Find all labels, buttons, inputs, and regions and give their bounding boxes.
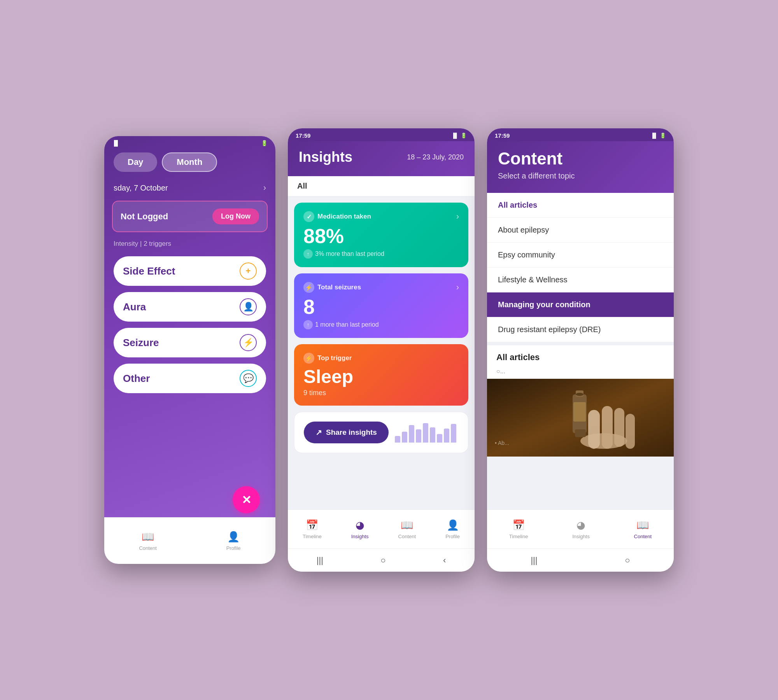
check-icon: ✓ <box>303 211 314 222</box>
insights-label-right: Insights <box>572 534 590 539</box>
insights-icon-right: ◕ <box>576 519 585 531</box>
chart-bar-6 <box>430 427 435 443</box>
seizures-arrow-icon: ↑ <box>303 320 313 329</box>
nav-content-right[interactable]: 📖 Content <box>634 519 652 539</box>
side-effect-item[interactable]: Side Effect + <box>114 256 266 286</box>
other-label: Other <box>123 373 150 385</box>
content-label-mid: Content <box>398 534 416 539</box>
status-icons-right: ▐▌ 🔋 <box>651 133 666 138</box>
android-nav-mid: ||| ○ ‹ <box>288 548 475 572</box>
bottom-nav-right: 📅 Timeline ◕ Insights 📖 Content <box>487 509 674 548</box>
timeline-icon-mid: 📅 <box>306 519 318 531</box>
svg-rect-2 <box>588 410 600 449</box>
topic-managing[interactable]: Managing your condition <box>487 292 674 317</box>
medication-card-header: ✓ Medication taken › <box>303 211 459 222</box>
android-menu-icon[interactable]: ||| <box>317 555 323 565</box>
day-month-toggle: Day Month <box>104 149 275 177</box>
log-now-button[interactable]: Log Now <box>212 208 259 224</box>
svg-rect-8 <box>575 429 586 437</box>
status-bar-left: ▐▌ 🔋 <box>104 136 275 149</box>
seizure-item[interactable]: Seizure ⚡ <box>114 328 266 357</box>
date-chevron-icon: › <box>263 183 266 193</box>
topic-about[interactable]: About epilepsy <box>487 218 674 243</box>
svg-text:• Ab...: • Ab... <box>495 440 509 446</box>
android-home-icon-right[interactable]: ○ <box>625 555 630 565</box>
insights-cards: ✓ Medication taken › 88% ↑ 3% more than … <box>288 196 475 519</box>
content-header: Content Select a different topic <box>487 141 674 193</box>
aura-item[interactable]: Aura 👤 <box>114 292 266 322</box>
battery-icon-mid: 🔋 <box>461 133 467 138</box>
not-logged-card: Not Logged Log Now <box>112 201 268 232</box>
status-bar-mid: 17:59 ▐▌ 🔋 <box>288 128 475 141</box>
android-home-icon[interactable]: ○ <box>380 555 385 565</box>
all-filter[interactable]: All <box>288 176 475 196</box>
seizures-value: 8 <box>303 297 459 317</box>
android-back-icon[interactable]: ‹ <box>443 555 446 565</box>
topic-lifestyle[interactable]: Lifestyle & Wellness <box>487 268 674 292</box>
seizures-card[interactable]: ⚡ Total seizures › 8 ↑ 1 more than last … <box>294 273 468 338</box>
content-label-left: Content <box>139 545 157 551</box>
side-effect-label: Side Effect <box>123 265 175 277</box>
search-placeholder: ○... <box>487 366 674 379</box>
svg-rect-5 <box>626 414 635 449</box>
trigger-count: 9 times <box>303 389 459 397</box>
medication-card[interactable]: ✓ Medication taken › 88% ↑ 3% more than … <box>294 203 468 267</box>
status-bar-right: 17:59 ▐▌ 🔋 <box>487 128 674 141</box>
signal-icon-mid: ▐▌ <box>452 133 459 138</box>
profile-icon-left: 👤 <box>227 531 240 543</box>
nav-content-left[interactable]: 📖 Content <box>139 531 157 551</box>
battery-icon-right: 🔋 <box>660 133 666 138</box>
battery-icon: 🔋 <box>261 140 268 146</box>
close-fab-button[interactable]: ✕ <box>233 486 260 513</box>
phone-right: 17:59 ▐▌ 🔋 Content Select a different to… <box>487 128 674 572</box>
trigger-card[interactable]: ⚡ Top trigger Sleep 9 times <box>294 344 468 406</box>
medication-sub: ↑ 3% more than last period <box>303 249 459 259</box>
all-articles-section: All articles ○... <box>487 345 674 457</box>
profile-icon-mid: 👤 <box>447 519 459 531</box>
status-icons-mid: ▐▌ 🔋 <box>452 133 467 138</box>
side-effect-icon: + <box>240 262 257 280</box>
profile-label-mid: Profile <box>445 534 460 539</box>
nav-timeline-mid[interactable]: 📅 Timeline <box>303 519 322 539</box>
nav-profile-mid[interactable]: 👤 Profile <box>445 519 460 539</box>
topic-drug[interactable]: Drug resistant epilepsy (DRE) <box>487 317 674 342</box>
signal-icon-right: ▐▌ <box>651 133 658 138</box>
content-label-right: Content <box>634 534 652 539</box>
seizures-label: ⚡ Total seizures <box>303 282 361 293</box>
nav-profile-left[interactable]: 👤 Profile <box>226 531 241 551</box>
chart-bar-9 <box>451 424 456 443</box>
android-menu-icon-right[interactable]: ||| <box>531 555 537 565</box>
action-list: Side Effect + Aura 👤 Seizure ⚡ Other 💬 <box>104 252 275 397</box>
nav-timeline-right[interactable]: 📅 Timeline <box>509 519 528 539</box>
phone-left: ▐▌ 🔋 Day Month sday, 7 October › Not Log… <box>104 136 275 564</box>
nav-content-mid[interactable]: 📖 Content <box>398 519 416 539</box>
signal-icon: ▐▌ <box>112 140 120 146</box>
month-toggle-button[interactable]: Month <box>162 152 217 172</box>
topic-all[interactable]: All articles <box>487 193 674 218</box>
time-right: 17:59 <box>495 132 510 139</box>
topic-list: All articles About epilepsy Epsy communi… <box>487 193 674 342</box>
chart-bar-2 <box>402 432 407 443</box>
topic-community[interactable]: Epsy community <box>487 243 674 268</box>
book-icon: 📖 <box>142 531 154 543</box>
day-toggle-button[interactable]: Day <box>114 152 157 172</box>
insights-date: 18 – 23 July, 2020 <box>407 153 464 161</box>
share-insights-button[interactable]: ↗ Share insights <box>304 422 389 443</box>
bottom-nav-left: 📖 Content 👤 Profile <box>104 517 275 564</box>
article-thumbnail[interactable]: • Ab... <box>487 379 674 457</box>
bottom-nav-mid: 📅 Timeline ◕ Insights 📖 Content 👤 Profil… <box>288 509 475 548</box>
nav-insights-right[interactable]: ◕ Insights <box>572 519 590 539</box>
other-item[interactable]: Other 💬 <box>114 364 266 393</box>
chart-bar-3 <box>409 425 414 443</box>
close-icon: ✕ <box>242 493 251 507</box>
intensity-tag: Intensity | 2 triggers <box>104 238 275 252</box>
date-row[interactable]: sday, 7 October › <box>104 177 275 198</box>
medication-chevron-icon: › <box>456 212 459 222</box>
svg-point-10 <box>576 393 584 396</box>
share-insights-card[interactable]: ↗ Share insights <box>294 412 468 453</box>
content-icon-mid: 📖 <box>401 519 413 531</box>
all-articles-header: All articles <box>487 345 674 366</box>
date-label: sday, 7 October <box>114 184 168 192</box>
insights-label-mid: Insights <box>351 534 369 539</box>
nav-insights-mid[interactable]: ◕ Insights <box>351 519 369 539</box>
